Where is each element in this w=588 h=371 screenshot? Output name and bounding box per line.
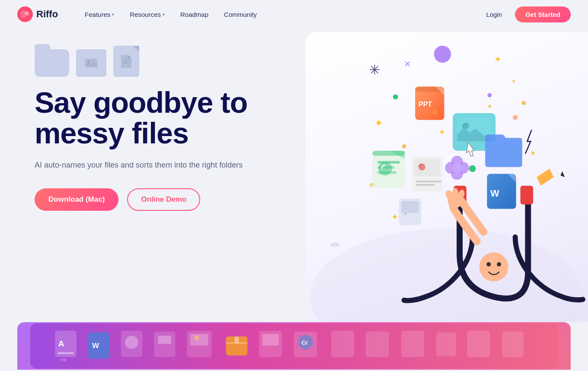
- svg-rect-74: [158, 336, 171, 344]
- folder-icon: [35, 49, 69, 77]
- svg-point-77: [194, 335, 199, 340]
- hero-file-icons: [35, 46, 280, 77]
- hero-left: Say goodbye to messy files AI auto-names…: [0, 29, 306, 322]
- logo-text: Riffo: [36, 9, 58, 20]
- svg-text:Cr: Cr: [301, 339, 308, 346]
- svg-point-56: [479, 252, 508, 281]
- svg-rect-89: [467, 331, 490, 357]
- logo-icon: [17, 6, 33, 22]
- svg-point-13: [393, 94, 398, 99]
- svg-text:✦: ✦: [391, 212, 399, 222]
- svg-point-51: [433, 110, 437, 114]
- svg-rect-73: [154, 332, 176, 357]
- svg-rect-55: [521, 186, 534, 205]
- svg-rect-67: [58, 352, 74, 354]
- svg-rect-85: [331, 331, 354, 357]
- svg-rect-43: [402, 201, 419, 213]
- svg-rect-79: [235, 336, 239, 343]
- download-mac-button[interactable]: Download (Mac): [35, 188, 118, 211]
- doc-file-icon: [113, 46, 139, 77]
- svg-text:✕: ✕: [404, 59, 412, 69]
- svg-rect-81: [262, 334, 279, 346]
- svg-point-57: [487, 262, 491, 266]
- svg-text:PPT: PPT: [419, 101, 432, 108]
- svg-point-37: [452, 163, 462, 173]
- svg-text:✦: ✦: [530, 149, 536, 158]
- svg-text:✦: ✦: [494, 54, 502, 65]
- svg-rect-76: [190, 334, 208, 346]
- svg-text:✳: ✳: [369, 62, 381, 78]
- svg-point-72: [125, 336, 138, 349]
- svg-point-49: [402, 144, 406, 149]
- svg-rect-29: [414, 159, 440, 177]
- nav-features[interactable]: Features ▾: [79, 7, 120, 22]
- svg-text:</>: </>: [331, 241, 339, 248]
- svg-point-58: [497, 262, 501, 266]
- svg-rect-31: [416, 184, 435, 186]
- svg-rect-87: [401, 331, 424, 357]
- logo-link[interactable]: Riffo: [17, 6, 58, 22]
- svg-rect-86: [366, 332, 389, 357]
- navbar: Riffo Features ▾ Resources ▾ Roadmap Com…: [0, 0, 588, 29]
- svg-rect-6: [123, 63, 127, 63]
- svg-text:A: A: [58, 339, 64, 348]
- svg-text:✦: ✦: [438, 127, 446, 137]
- svg-rect-90: [502, 332, 524, 357]
- svg-point-21: [462, 123, 469, 130]
- svg-point-27: [378, 162, 392, 176]
- nav-roadmap[interactable]: Roadmap: [174, 7, 214, 22]
- get-started-button[interactable]: Get Started: [515, 6, 571, 22]
- svg-point-2: [25, 11, 29, 16]
- svg-point-50: [522, 101, 526, 105]
- resources-chevron-icon: ▾: [163, 12, 165, 17]
- features-chevron-icon: ▾: [112, 12, 114, 17]
- svg-rect-5: [123, 60, 129, 61]
- svg-point-9: [434, 46, 451, 63]
- nav-right: Login Get Started: [480, 6, 571, 22]
- svg-rect-30: [416, 181, 441, 182]
- hero-subtitle: AI auto-names your files and sorts them …: [35, 159, 280, 171]
- image-file-icon: [76, 49, 106, 77]
- nav-resources[interactable]: Resources ▾: [124, 7, 171, 22]
- hero-buttons: Download (Mac) Online Demo: [35, 188, 280, 211]
- svg-point-14: [513, 115, 518, 120]
- hero-svg-illustration: ✳ ✦ ✦ ✕ PPT: [306, 32, 588, 322]
- svg-rect-3: [85, 59, 97, 67]
- online-demo-button[interactable]: Online Demo: [127, 188, 200, 211]
- nav-links: Features ▾ Resources ▾ Roadmap Community: [79, 7, 480, 22]
- svg-text:✦: ✦: [511, 78, 516, 85]
- svg-point-52: [488, 93, 492, 97]
- bottom-strip-svg: A CTB W Cr: [30, 322, 558, 370]
- svg-text:✦: ✦: [374, 117, 383, 129]
- svg-text:CTB: CTB: [60, 358, 67, 362]
- hero-title: Say goodbye to messy files: [35, 87, 280, 149]
- bottom-preview-strip: A CTB W Cr: [17, 322, 571, 370]
- svg-point-15: [469, 165, 476, 172]
- svg-text:W: W: [92, 341, 99, 350]
- login-button[interactable]: Login: [480, 7, 508, 22]
- svg-text:W: W: [490, 188, 499, 199]
- hero-section: Say goodbye to messy files AI auto-names…: [0, 29, 588, 322]
- svg-point-53: [370, 183, 374, 187]
- svg-text:✦: ✦: [487, 103, 493, 110]
- svg-point-7: [310, 228, 584, 322]
- nav-community[interactable]: Community: [218, 7, 263, 22]
- hero-illustration-area: ✳ ✦ ✦ ✕ PPT: [306, 32, 588, 322]
- svg-rect-88: [436, 333, 456, 356]
